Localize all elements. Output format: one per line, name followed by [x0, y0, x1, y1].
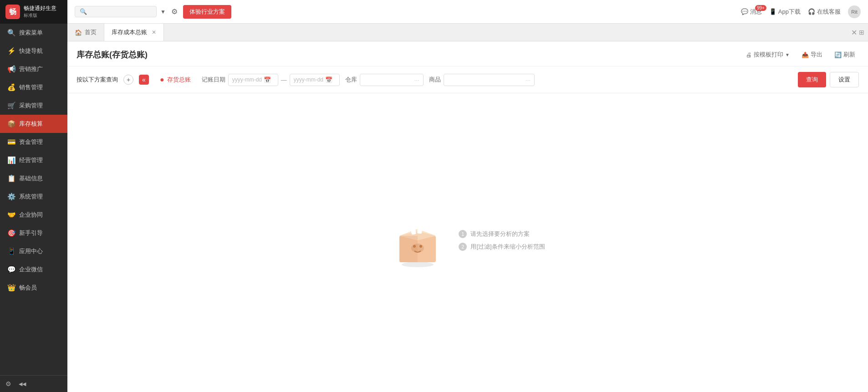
- sidebar-item-wechat[interactable]: 💬 企业微信: [0, 260, 67, 279]
- hint-text-1: 请先选择要分析的方案: [470, 230, 530, 238]
- sidebar-item-label: 新手引导: [19, 229, 43, 237]
- topbar-search-icon: 🔍: [80, 8, 87, 15]
- sidebar-item-label: 企业协同: [19, 211, 43, 219]
- app-name: 畅捷通好生意: [24, 5, 56, 12]
- sidebar-item-label: 采购管理: [19, 102, 43, 110]
- system-icon: ⚙️: [7, 193, 15, 201]
- sidebar-item-guide[interactable]: 🎯 新手引导: [0, 224, 67, 242]
- sidebar-nav: 🔍 搜索菜单 ⚡ 快捷导航 📢 营销推广 💰 销售管理 🛒 采购管理 📦 库存核…: [0, 24, 67, 375]
- sidebar-item-business[interactable]: 📊 经营管理: [0, 151, 67, 169]
- calendar-end-icon: 📅: [325, 76, 332, 83]
- query-button[interactable]: 查询: [798, 72, 826, 87]
- filter-scheme-item[interactable]: ● 存货总账: [154, 73, 196, 87]
- filter-label: 按以下方案查询: [77, 76, 118, 84]
- product-filter: 商品 ···: [429, 74, 535, 86]
- sidebar-item-enterprise[interactable]: 🤝 企业协同: [0, 206, 67, 224]
- tabs-bar: 🏠 首页 库存成本总账 ✕ ✕ ⊞: [67, 24, 868, 41]
- export-icon: 📤: [802, 51, 809, 58]
- hint-num-1: 1: [459, 230, 467, 238]
- page-title: 库存总账(存货总账): [77, 49, 148, 60]
- empty-state: 1 请先选择要分析的方案 2 用[过滤]条件来缩小分析范围: [67, 93, 868, 392]
- product-input[interactable]: ···: [444, 74, 535, 86]
- app-download-label: App下载: [778, 8, 801, 16]
- search-icon: 🔍: [7, 29, 15, 37]
- empty-svg: [390, 215, 445, 270]
- panel-close-btn[interactable]: ✕: [851, 28, 857, 37]
- page-header: 库存总账(存货总账) 🖨 按模板打印 ▼ 📤 导出 🔄 刷新: [67, 41, 868, 66]
- sidebar-item-sales[interactable]: 💰 销售管理: [0, 78, 67, 97]
- print-dropdown-icon: ▼: [785, 52, 790, 57]
- export-btn[interactable]: 📤 导出: [798, 49, 826, 61]
- inventory-icon: 📦: [7, 120, 15, 128]
- print-template-btn[interactable]: 🖨 按模板打印 ▼: [742, 49, 793, 61]
- empty-hint-2: 2 用[过滤]条件来缩小分析范围: [459, 243, 545, 251]
- tab-inventory-ledger-label: 库存成本总账: [112, 28, 147, 36]
- sidebar-item-app-center[interactable]: 📱 应用中心: [0, 242, 67, 260]
- message-btn[interactable]: 💬 消息 99+: [741, 8, 762, 16]
- purchase-icon: 🛒: [7, 102, 15, 110]
- product-more-icon: ···: [526, 76, 531, 83]
- sidebar-item-inventory[interactable]: 📦 库存核算: [0, 115, 67, 133]
- filter-collapse-btn[interactable]: «: [139, 75, 149, 85]
- topbar-right: 💬 消息 99+ 📱 App下载 🎧 在线客服 Rit: [741, 5, 861, 18]
- sidebar-item-label: 基础信息: [19, 174, 43, 183]
- empty-hint-1: 1 请先选择要分析的方案: [459, 230, 545, 238]
- user-name: Rit: [851, 9, 857, 15]
- sidebar-item-quick-nav[interactable]: ⚡ 快捷导航: [0, 42, 67, 60]
- filter-add-btn[interactable]: +: [123, 75, 133, 85]
- headset-icon: 🎧: [808, 8, 815, 15]
- user-avatar[interactable]: Rit: [848, 5, 861, 18]
- refresh-icon: 🔄: [834, 51, 842, 58]
- sidebar-item-basic[interactable]: 📋 基础信息: [0, 169, 67, 188]
- tab-inventory-ledger[interactable]: 库存成本总账 ✕: [104, 24, 164, 41]
- empty-illustration: [390, 215, 445, 270]
- warehouse-more-icon: ···: [414, 76, 419, 83]
- sidebar-item-search[interactable]: 🔍 搜索菜单: [0, 24, 67, 42]
- date-end-placeholder: yyyy-mm-dd: [294, 76, 323, 83]
- sales-icon: 💰: [7, 83, 15, 92]
- date-start-placeholder: yyyy-mm-dd: [232, 76, 262, 83]
- export-label: 导出: [811, 51, 822, 59]
- scheme-name: 存货总账: [167, 76, 191, 84]
- date-start-input[interactable]: yyyy-mm-dd 📅: [228, 74, 278, 86]
- online-service-btn[interactable]: 🎧 在线客服: [808, 8, 841, 16]
- warehouse-input[interactable]: ···: [360, 74, 424, 86]
- filter-bar: 按以下方案查询 + « ● 存货总账 记账日期 yyyy-mm-dd 📅 — y…: [67, 66, 868, 93]
- settings-footer-btn[interactable]: ⚙: [5, 380, 11, 387]
- svg-rect-9: [417, 224, 423, 234]
- collapse-footer-btn[interactable]: ◀◀: [19, 381, 26, 387]
- sidebar-footer: ⚙ ◀◀: [0, 375, 67, 392]
- topbar-dropdown-btn[interactable]: ▼: [160, 9, 166, 15]
- trial-industry-btn[interactable]: 体验行业方案: [183, 5, 231, 19]
- sidebar: 畅 畅捷通好生意 标准版 🔍 搜索菜单 ⚡ 快捷导航 📢 营销推广 💰 销售管理…: [0, 0, 67, 392]
- business-icon: 📊: [7, 156, 15, 164]
- refresh-btn[interactable]: 🔄 刷新: [831, 49, 859, 61]
- sidebar-item-purchase[interactable]: 🛒 采购管理: [0, 97, 67, 115]
- date-end-input[interactable]: yyyy-mm-dd 📅: [290, 74, 340, 86]
- sidebar-item-system[interactable]: ⚙️ 系统管理: [0, 188, 67, 206]
- sidebar-item-label: 快捷导航: [19, 47, 43, 55]
- topbar-search-box[interactable]: 🔍: [75, 6, 157, 17]
- home-icon: 🏠: [75, 29, 82, 36]
- sidebar-item-finance[interactable]: 💳 资金管理: [0, 133, 67, 151]
- tab-close-btn[interactable]: ✕: [152, 29, 156, 36]
- topbar-gear-btn[interactable]: ⚙: [169, 5, 179, 18]
- print-icon: 🖨: [746, 51, 752, 58]
- sidebar-item-label: 资金管理: [19, 138, 43, 146]
- sidebar-item-marketing[interactable]: 📢 营销推广: [0, 60, 67, 78]
- tab-home-label: 首页: [85, 28, 97, 36]
- product-label: 商品: [429, 76, 441, 84]
- setting-button[interactable]: 设置: [830, 72, 859, 87]
- app-download-btn[interactable]: 📱 App下载: [769, 8, 801, 16]
- topbar-left: 🔍 ▼ ⚙ 体验行业方案: [75, 5, 231, 19]
- panel-expand-btn[interactable]: ⊞: [859, 29, 864, 36]
- page-header-actions: 🖨 按模板打印 ▼ 📤 导出 🔄 刷新: [742, 49, 859, 61]
- sidebar-item-member[interactable]: 👑 畅会员: [0, 279, 67, 297]
- wechat-icon: 💬: [7, 265, 15, 274]
- sidebar-item-label: 销售管理: [19, 83, 43, 92]
- svg-point-6: [419, 245, 422, 248]
- tab-home[interactable]: 🏠 首页: [67, 24, 104, 41]
- main-area: 🔍 ▼ ⚙ 体验行业方案 💬 消息 99+ 📱 App下载 🎧 在线客服 Ri: [67, 0, 868, 392]
- print-label: 按模板打印: [754, 51, 783, 59]
- online-service-label: 在线客服: [817, 8, 841, 16]
